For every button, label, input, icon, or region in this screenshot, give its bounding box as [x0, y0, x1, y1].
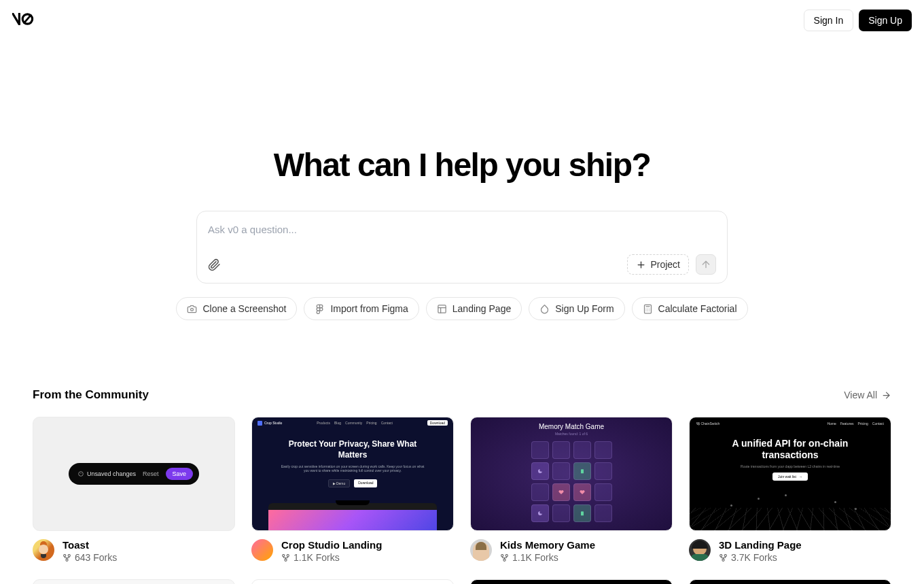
community-card[interactable]: PROMPTING: [689, 579, 891, 584]
prompt-input[interactable]: [208, 221, 716, 238]
svg-point-5: [191, 308, 194, 311]
project-button[interactable]: Project: [627, 254, 689, 275]
view-all-label: View All: [844, 390, 877, 400]
camera-icon: [187, 304, 197, 314]
chip-label: Sign Up Form: [555, 303, 614, 314]
arrow-up-icon: [700, 259, 711, 270]
plus-icon: [636, 260, 646, 270]
card-thumbnail: ⛓ ChainSwitch Home Features Pricing Cont…: [689, 417, 891, 531]
calculator-icon: [643, 304, 653, 314]
avatar: [470, 539, 492, 561]
layout-icon: [437, 304, 447, 314]
avatar: [689, 539, 711, 561]
chip-sign-up-form[interactable]: Sign Up Form: [529, 297, 624, 320]
sign-in-button[interactable]: Sign In: [804, 10, 854, 31]
fork-icon: [63, 553, 71, 562]
community-card[interactable]: Crop Studio Products Blog Community Pric…: [251, 417, 454, 563]
card-thumbnail: Analytics Dashboard User Stats Key Perfo…: [251, 579, 454, 584]
arrow-right-icon: [881, 390, 891, 400]
community-card[interactable]: Memory Match Game Matches found: 1 of 6 …: [470, 417, 673, 563]
chip-label: Clone a Screenshot: [202, 303, 286, 314]
card-title: Toast: [63, 539, 117, 551]
card-thumbnail: Crop Studio Products Blog Community Pric…: [251, 417, 454, 531]
fork-icon: [500, 553, 509, 562]
chip-label: Landing Page: [452, 303, 511, 314]
card-forks: 1.1K Forks: [500, 552, 595, 563]
card-forks: 1.1K Forks: [281, 552, 382, 563]
svg-rect-27: [581, 469, 584, 473]
card-thumbnail: [470, 579, 673, 584]
card-thumbnail: Memory Match Game Matches found: 1 of 6: [470, 417, 673, 531]
chip-calculate-factorial[interactable]: Calculate Factorial: [632, 297, 748, 320]
svg-rect-6: [438, 305, 446, 312]
avatar: [33, 539, 54, 561]
svg-line-1: [24, 15, 31, 22]
community-card[interactable]: ⛓ ChainSwitch Home Features Pricing Cont…: [689, 417, 891, 563]
svg-rect-28: [581, 511, 584, 515]
chip-import-figma[interactable]: Import from Figma: [304, 297, 419, 320]
logo[interactable]: [12, 12, 34, 29]
card-thumbnail: A Product Description Create compelling …: [33, 579, 235, 584]
chip-clone-screenshot[interactable]: Clone a Screenshot: [176, 297, 297, 320]
community-card[interactable]: Analytics Dashboard User Stats Key Perfo…: [251, 579, 454, 584]
card-thumbnail: Unsaved changes Reset Save: [33, 417, 235, 531]
fork-icon: [281, 553, 290, 562]
card-title: Crop Studio Landing: [281, 539, 382, 551]
community-card[interactable]: [470, 579, 673, 584]
paperclip-icon: [208, 258, 221, 271]
card-forks: 643 Forks: [63, 552, 117, 563]
chip-label: Calculate Factorial: [658, 303, 737, 314]
view-all-link[interactable]: View All: [844, 390, 891, 400]
community-card[interactable]: A Product Description Create compelling …: [33, 579, 235, 584]
card-thumbnail: PROMPTING: [689, 579, 891, 584]
avatar: [251, 539, 273, 561]
chip-label: Import from Figma: [330, 303, 408, 314]
project-label: Project: [650, 259, 680, 270]
prompt-box: Project: [196, 211, 728, 284]
sign-up-button[interactable]: Sign Up: [859, 10, 912, 31]
card-forks: 3.7K Forks: [719, 552, 802, 563]
droplet-icon: [539, 304, 550, 314]
card-title: 3D Landing Page: [719, 539, 802, 551]
attach-button[interactable]: [208, 258, 221, 271]
hero-title: What can I help you ship?: [274, 146, 651, 184]
fork-icon: [719, 553, 728, 562]
community-card[interactable]: Unsaved changes Reset Save Toast 643 For: [33, 417, 235, 563]
chip-landing-page[interactable]: Landing Page: [426, 297, 522, 320]
card-title: Kids Memory Game: [500, 539, 595, 551]
community-title: From the Community: [33, 388, 149, 402]
figma-icon: [315, 304, 325, 314]
send-button[interactable]: [696, 254, 716, 275]
